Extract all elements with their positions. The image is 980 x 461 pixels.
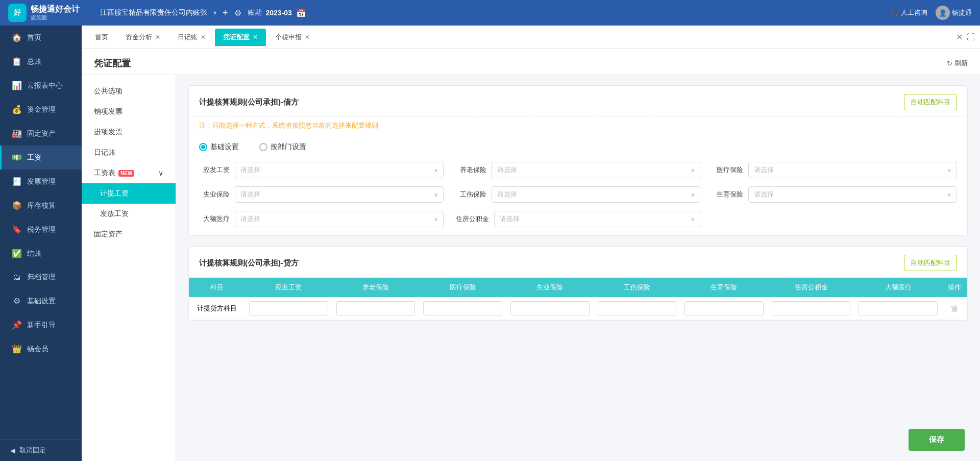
select-unemployment[interactable]: 请选择 ∨ <box>235 186 444 203</box>
sidebar-item-reports[interactable]: 📊 云报表中心 <box>0 74 82 98</box>
calendar-icon[interactable]: 📅 <box>296 8 306 18</box>
settings-icon[interactable]: ⚙ <box>234 8 241 18</box>
col-apply-salary: 应发工资 <box>245 278 332 297</box>
col-medical: 医疗保险 <box>419 278 506 297</box>
nav-journal[interactable]: 日记账 <box>82 142 176 163</box>
select-maternity[interactable]: 请选择 ∨ <box>748 186 957 203</box>
close-capital-tab[interactable]: ✕ <box>155 34 160 41</box>
select-arrow-big-medical: ∨ <box>434 216 438 223</box>
select-housing-fund[interactable]: 请选择 ∨ <box>494 211 700 227</box>
chevron-down-icon: ∨ <box>158 169 163 177</box>
refresh-button[interactable]: ↻ 刷新 <box>947 59 968 68</box>
sidebar-item-inventory[interactable]: 📦 库存核算 <box>0 193 82 217</box>
col-injury: 工伤保险 <box>594 278 681 297</box>
sidebar-item-guide[interactable]: 📌 新手引导 <box>0 313 82 337</box>
archive-icon: 🗂 <box>12 273 22 282</box>
label-big-medical: 大额医疗 <box>199 214 230 224</box>
form-grid: 应发工资 请选择 ∨ 养老保险 请选择 ∨ <box>199 162 957 227</box>
form-row-apply-salary: 应发工资 请选择 ∨ <box>199 162 444 178</box>
close-tax-tab[interactable]: ✕ <box>305 34 310 41</box>
select-arrow-maternity: ∨ <box>947 191 951 198</box>
logo-icon: 好 <box>8 4 27 22</box>
nav-salary-pay[interactable]: 发放工资 <box>82 204 176 224</box>
body-split: 公共选项 销项发票 进项发票 日记账 工资表 NEW ∨ <box>82 75 980 461</box>
input-big-medical[interactable] <box>859 301 938 316</box>
sidebar-item-checkout[interactable]: ✅ 结账 <box>0 241 82 265</box>
sidebar-item-salary[interactable]: 💵 工资 <box>0 145 82 169</box>
cell-action: 🗑 <box>942 297 967 320</box>
sidebar-item-tax[interactable]: 🔖 税务管理 <box>0 217 82 241</box>
tab-home[interactable]: 首页 <box>87 29 116 46</box>
select-injury[interactable]: 请选择 ∨ <box>492 186 700 203</box>
sidebar-item-ledger[interactable]: 📋 总账 <box>0 50 82 74</box>
input-apply-salary[interactable] <box>249 301 328 316</box>
input-pension[interactable] <box>336 301 415 316</box>
company-dropdown-icon[interactable]: ▾ <box>213 9 216 16</box>
auto-match-credit-button[interactable]: 自动匹配科目 <box>904 255 957 271</box>
label-maternity: 生育保险 <box>713 190 743 199</box>
input-housing-fund[interactable] <box>772 301 851 316</box>
reports-icon: 📊 <box>12 81 22 90</box>
settings-sidebar-icon: ⚙ <box>12 296 22 306</box>
sidebar-item-capital[interactable]: 💰 资金管理 <box>0 98 82 122</box>
input-medical[interactable] <box>423 301 502 316</box>
invoice-icon: 🧾 <box>12 177 22 186</box>
radio-basic[interactable]: 基础设置 <box>199 142 239 152</box>
select-medical[interactable]: 请选择 ∨ <box>748 162 957 178</box>
select-apply-salary[interactable]: 请选择 ∨ <box>235 162 444 178</box>
cell-pension <box>332 297 420 320</box>
sidebar-item-home[interactable]: 🏠 首页 <box>0 26 82 50</box>
section-credit-body: 科目 应发工资 养老保险 医疗保险 失业保险 工伤保险 生育保险 住房公积金 大… <box>189 278 967 320</box>
period-value: 2023-03 <box>266 9 292 17</box>
fixed-icon: 🏭 <box>12 129 22 138</box>
nav-sales[interactable]: 销项发票 <box>82 102 176 122</box>
sidebar-item-settings[interactable]: ⚙ 基础设置 <box>0 289 82 313</box>
company-name: 江西服宝精品有限责任公司内账张 <box>100 8 207 17</box>
section-credit-header: 计提核算规则(公司承担)-贷方 自动匹配科目 <box>189 247 967 278</box>
cancel-fixed-button[interactable]: ◀ 取消固定 <box>0 439 82 461</box>
user-area[interactable]: 👤 畅捷通 <box>936 6 972 20</box>
form-row-big-medical: 大额医疗 请选择 ∨ <box>199 211 444 227</box>
sidebar-item-vip[interactable]: 👑 畅会员 <box>0 337 82 361</box>
add-icon[interactable]: + <box>223 8 228 18</box>
expand-icon[interactable]: ⛶ <box>967 33 975 42</box>
cell-big-medical <box>854 297 942 320</box>
nav-public[interactable]: 公共选项 <box>82 81 176 102</box>
cell-unemployment <box>506 297 594 320</box>
input-unemployment[interactable] <box>510 301 590 316</box>
select-arrow-pension: ∨ <box>691 167 695 174</box>
radio-dept[interactable]: 按部门设置 <box>259 142 306 152</box>
form-row-housing-fund: 住房公积金 请选择 ∨ <box>456 211 700 227</box>
nav-fixed-assets[interactable]: 固定资产 <box>82 224 176 245</box>
section-credit: 计提核算规则(公司承担)-贷方 自动匹配科目 科目 应发工资 养老保险 医疗保险 <box>188 246 968 321</box>
nav-salary-calc[interactable]: 计提工资 <box>82 183 176 204</box>
sidebar-item-fixed[interactable]: 🏭 固定资产 <box>0 122 82 145</box>
delete-row-button[interactable]: 🗑 <box>950 304 959 312</box>
form-row-maternity: 生育保险 请选择 ∨ <box>713 186 957 203</box>
label-pension: 养老保险 <box>456 165 486 175</box>
tab-capital[interactable]: 资金分析 ✕ <box>117 29 168 46</box>
tab-tax[interactable]: 个税申报 ✕ <box>267 29 318 46</box>
sidebar-item-archive[interactable]: 🗂 归档管理 <box>0 265 82 289</box>
radio-basic-indicator <box>199 143 207 151</box>
nav-purchase[interactable]: 进项发票 <box>82 122 176 142</box>
tab-voucher[interactable]: 凭证配置 ✕ <box>215 29 266 46</box>
input-maternity[interactable] <box>684 301 764 316</box>
help-button[interactable]: 🎧 人工咨询 <box>891 8 927 17</box>
auto-match-debit-button[interactable]: 自动匹配科目 <box>904 94 957 110</box>
inventory-icon: 📦 <box>12 201 22 210</box>
close-journal-tab[interactable]: ✕ <box>201 34 206 41</box>
close-all-icon[interactable]: ✕ <box>956 32 963 42</box>
section-debit: 计提核算规则(公司承担)-借方 自动匹配科目 注：只能选择一种方式，系统将按照您… <box>188 85 968 236</box>
save-button[interactable]: 保存 <box>909 429 965 451</box>
nav-salary-table-group[interactable]: 工资表 NEW ∨ <box>82 163 176 183</box>
cell-injury <box>594 297 681 320</box>
select-big-medical[interactable]: 请选择 ∨ <box>235 211 444 227</box>
left-nav: 公共选项 销项发票 进项发票 日记账 工资表 NEW ∨ <box>82 75 176 461</box>
tab-journal[interactable]: 日记账 ✕ <box>169 29 214 46</box>
select-pension[interactable]: 请选择 ∨ <box>492 162 700 178</box>
form-row-unemployment: 失业保险 请选择 ∨ <box>199 186 444 203</box>
sidebar-item-invoice[interactable]: 🧾 发票管理 <box>0 169 82 193</box>
input-injury[interactable] <box>598 301 677 316</box>
close-voucher-tab[interactable]: ✕ <box>253 34 258 41</box>
